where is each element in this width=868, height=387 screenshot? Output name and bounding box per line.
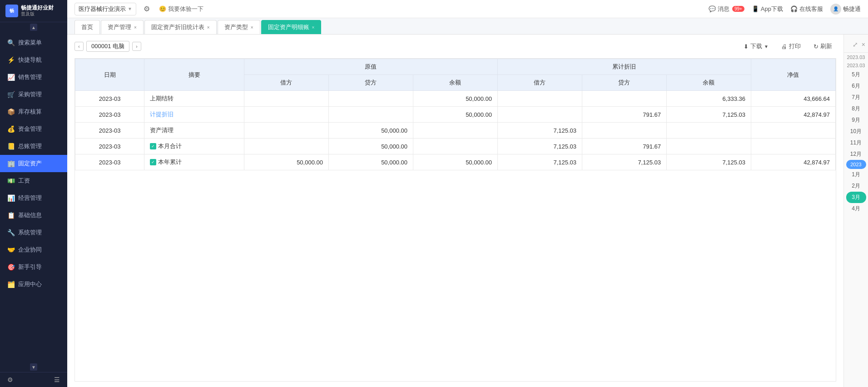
- asset-prev-button[interactable]: ‹: [74, 42, 84, 51]
- sidebar-scroll-up[interactable]: ▲: [0, 22, 67, 32]
- app-download-button[interactable]: 📱 App下载: [752, 5, 783, 13]
- sidebar-item-purchase[interactable]: 🛒 采购管理: [0, 86, 67, 103]
- timeline-month-item[interactable]: 5月: [846, 69, 866, 80]
- cell-orig-debit: [244, 123, 328, 139]
- sidebar-item-collab[interactable]: 🤝 企业协同: [0, 241, 67, 258]
- guide-icon: 🎯: [7, 263, 15, 271]
- tab-assettype[interactable]: 资产类型 ×: [218, 20, 260, 34]
- sidebar-item-capital[interactable]: 💰 资金管理: [0, 120, 67, 138]
- tab-assets-close-icon[interactable]: ×: [134, 25, 137, 30]
- table-row: 2023-03上期结转50,000.006,333.3643,666.64: [75, 91, 836, 107]
- timeline-month-item[interactable]: 9月: [846, 114, 866, 126]
- appstore-icon: 🗂️: [7, 281, 15, 288]
- topbar-settings-icon[interactable]: ⚙: [144, 5, 150, 13]
- timeline-month-item[interactable]: 1月: [846, 169, 866, 180]
- sidebar-item-sales[interactable]: 📈 销售管理: [0, 69, 67, 86]
- asset-code-label: 000001 电脑: [86, 41, 129, 52]
- sidebar-item-appstore[interactable]: 🗂️ 应用中心: [0, 276, 67, 293]
- refresh-button[interactable]: ↻ 刷新: [809, 40, 836, 53]
- panel-expand-icon[interactable]: ⤢: [852, 40, 859, 49]
- support-button[interactable]: 🎧 在线客服: [790, 5, 823, 13]
- tab-depreciation-close-icon[interactable]: ×: [207, 25, 210, 30]
- sidebar-item-inventory[interactable]: 📦 库存核算: [0, 103, 67, 120]
- content-toolbar: ‹ 000001 电脑 › ⬇ 下载 ▼ 🖨 打印 ↻: [74, 40, 836, 53]
- asset-next-button[interactable]: ›: [132, 42, 141, 51]
- cell-accum-balance: [666, 139, 751, 154]
- settings-bottom-icon[interactable]: ⚙: [7, 376, 13, 383]
- sidebar-item-label: 固定资产: [18, 159, 42, 168]
- cell-accum-credit: 7,125.03: [582, 154, 666, 170]
- cell-accum-balance: 7,125.03: [666, 107, 751, 123]
- cell-orig-balance: 50,000.00: [413, 107, 497, 123]
- company-selector[interactable]: 医疗器械行业演示 ▼: [74, 3, 136, 15]
- sidebar-item-business[interactable]: 📊 经营管理: [0, 189, 67, 207]
- sidebar-item-label: 企业协同: [18, 246, 42, 254]
- cell-accum-debit: 7,125.03: [497, 123, 582, 139]
- cell-orig-balance: 50,000.00: [413, 154, 497, 170]
- scroll-up-button[interactable]: ▲: [30, 24, 37, 31]
- sidebar-item-quicknav[interactable]: ⚡ 快捷导航: [0, 51, 67, 69]
- timeline-month-item[interactable]: 11月: [846, 137, 866, 149]
- cell-orig-credit: [328, 107, 413, 123]
- sidebar-item-label: 快捷导航: [18, 56, 42, 64]
- tab-assettype-close-icon[interactable]: ×: [251, 25, 253, 30]
- sidebar-item-label: 经营管理: [18, 194, 42, 202]
- cell-accum-debit: [497, 91, 582, 107]
- cell-accum-balance: 7,125.03: [666, 154, 751, 170]
- timeline-month-item[interactable]: 8月: [846, 103, 866, 114]
- tab-home[interactable]: 首页: [74, 20, 100, 34]
- user-menu[interactable]: 👤 畅捷通: [830, 4, 861, 15]
- sidebar-item-basic[interactable]: 📋 基础信息: [0, 207, 67, 224]
- print-icon: 🖨: [781, 43, 787, 50]
- cell-accum-debit: [497, 107, 582, 123]
- tab-depreciation[interactable]: 固定资产折旧统计表 ×: [144, 20, 217, 34]
- timeline-month-item[interactable]: 6月: [846, 80, 866, 92]
- cell-net: 42,874.97: [751, 154, 835, 170]
- timeline-month-item[interactable]: 2月: [846, 180, 866, 192]
- menu-toggle-icon[interactable]: ☰: [54, 376, 60, 383]
- tab-detail[interactable]: 固定资产明细账 ×: [261, 20, 322, 34]
- support-icon: 🎧: [790, 5, 798, 12]
- sidebar-item-system[interactable]: 🔧 系统管理: [0, 224, 67, 241]
- topbar: 医疗器械行业演示 ▼ ⚙ 😊 我要体验一下 💬 消息 99+ 📱 App下载 🎧…: [67, 0, 868, 18]
- sidebar-item-ledger[interactable]: 📒 总账管理: [0, 138, 67, 155]
- print-label: 打印: [789, 42, 801, 50]
- cell-orig-debit: [244, 91, 328, 107]
- sidebar-item-payroll[interactable]: 💵 工资: [0, 172, 67, 189]
- topbar-experience[interactable]: 😊 我要体验一下: [159, 5, 203, 13]
- tab-assets[interactable]: 资产管理 ×: [101, 20, 144, 34]
- timeline-month-item[interactable]: 10月: [846, 126, 866, 137]
- cell-net: 43,666.64: [751, 91, 835, 107]
- download-button[interactable]: ⬇ 下载 ▼: [739, 40, 773, 53]
- cell-net: [751, 139, 835, 154]
- sidebar-bottom: ⚙ ☰: [0, 372, 67, 387]
- col-original: 原值: [244, 59, 497, 75]
- message-button[interactable]: 💬 消息 99+: [709, 5, 744, 13]
- cell-orig-credit: 50,000.00: [328, 154, 413, 170]
- experience-emoji-icon: 😊: [159, 5, 166, 12]
- tab-detail-close-icon[interactable]: ×: [312, 25, 315, 30]
- timeline-month-item[interactable]: 12月: [846, 149, 866, 160]
- cell-accum-debit: 7,125.03: [497, 154, 582, 170]
- panel-close-icon[interactable]: ×: [861, 40, 866, 49]
- timeline-month-item[interactable]: 4月: [846, 203, 866, 214]
- timeline-month-item[interactable]: 3月: [846, 192, 866, 203]
- sidebar-scroll-down[interactable]: ▼: [0, 362, 67, 372]
- scroll-down-button[interactable]: ▼: [30, 363, 37, 371]
- search-icon: 🔍: [7, 39, 15, 46]
- sidebar-item-guide[interactable]: 🎯 新手引导: [0, 258, 67, 276]
- cell-memo[interactable]: 计提折旧: [144, 107, 244, 123]
- cell-accum-credit: 791.67: [582, 107, 666, 123]
- timeline-year-label[interactable]: 2023: [846, 160, 866, 169]
- right-panel: ⤢ × 2023.03 2023.03 5月6月7月8月9月10月11月12月2…: [843, 35, 868, 387]
- print-button[interactable]: 🖨 打印: [777, 40, 805, 53]
- download-arrow-icon: ▼: [764, 44, 769, 49]
- download-label: 下载: [750, 42, 762, 50]
- collab-icon: 🤝: [7, 246, 15, 253]
- sidebar-item-search[interactable]: 🔍 搜索菜单: [0, 34, 67, 51]
- sidebar-item-fixedasset[interactable]: 🏢 固定资产: [0, 155, 67, 172]
- cell-accum-credit: 791.67: [582, 139, 666, 154]
- timeline-month-item[interactable]: 7月: [846, 92, 866, 103]
- sidebar-item-label: 搜索菜单: [18, 39, 42, 47]
- tab-assets-label: 资产管理: [108, 23, 131, 31]
